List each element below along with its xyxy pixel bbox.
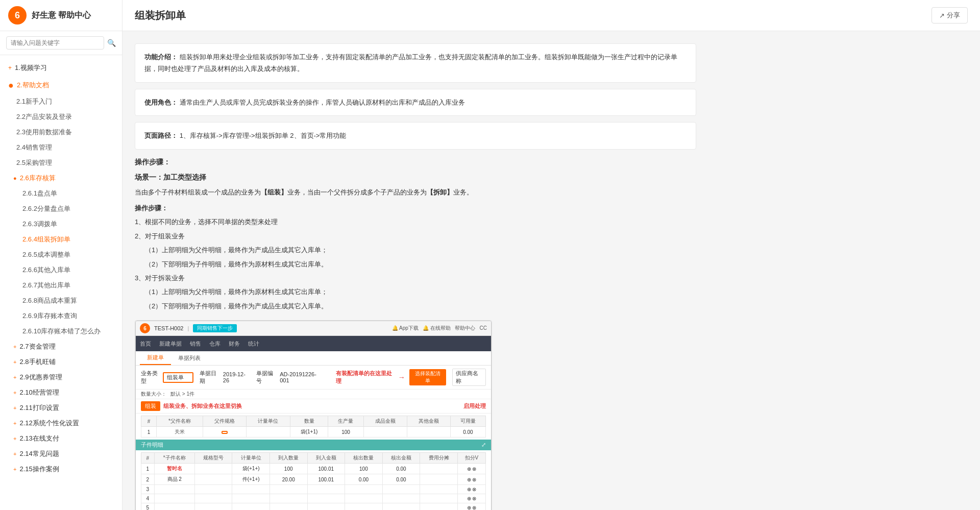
nav-sub-2.15-header[interactable]: + 2.15操作案例 xyxy=(0,462,122,477)
app-topbar: 6 TEST-H002 | 同期销售下一步 🔔 App下载 🔔 在线帮助 帮助中… xyxy=(136,321,491,336)
share-icon: ↗ xyxy=(939,12,945,19)
role-label: 使用角色： xyxy=(144,99,178,106)
lr4-inqty xyxy=(270,494,307,503)
nav-sub-2.13-label: 2.13在线支付 xyxy=(19,434,59,443)
lr2-inqty: 20.00 xyxy=(270,474,307,485)
upper-table-header: # *父件名称 父件规格 计量单位 数量 生产量 成品金额 其他金额 可用量 xyxy=(141,416,486,427)
col-unit: 计量单位 xyxy=(247,416,290,427)
nav-sub-2.1[interactable]: 2.1新手入门 xyxy=(0,94,122,109)
content-wrapper: 功能介绍： 组装拆卸单用来处理企业组装或拆卸等加工业务，支持有固定装配清单的产品… xyxy=(135,43,696,510)
select-bom-btn[interactable]: 选择装配清单 xyxy=(409,369,446,385)
nav-sub-2.6.7[interactable]: 2.6.7其他出库单 xyxy=(0,278,122,293)
minus-2.6-icon: ● xyxy=(13,175,17,181)
app-topbar-id: TEST-H002 xyxy=(154,325,183,331)
step2-1: （1）上部明细为父件明细，最终作为产成品生成其它入库单； xyxy=(145,244,696,256)
lr2-action: ⊕ ⊗ xyxy=(457,474,485,485)
nav-sub-2.13-header[interactable]: + 2.13在线支付 xyxy=(0,431,122,446)
share-label: 分享 xyxy=(947,11,960,20)
row1-num: 1 xyxy=(141,427,157,438)
app-tab-bar: 新建单 单据列表 xyxy=(136,351,491,366)
search-input[interactable] xyxy=(6,36,104,50)
share-button[interactable]: ↗ 分享 xyxy=(932,7,968,23)
lr1-outqty: 100 xyxy=(345,464,383,474)
plus-2.9-icon: + xyxy=(13,374,16,380)
lr3-cost xyxy=(420,485,458,494)
lr5-spec xyxy=(194,503,232,510)
operation-steps-label: 操作步骤： xyxy=(135,158,696,167)
lr3-action: ⊕ ⊗ xyxy=(457,485,485,494)
field-no-label: 单据编号 xyxy=(256,370,278,385)
nav-sub-2.11-label: 2.11打印设置 xyxy=(19,403,59,412)
nav-sub-2.6.10[interactable]: 2.6.10库存账本错了怎么办 xyxy=(0,324,122,339)
step3-1: （1）上部明细为父件明细，最终作为原材料生成其它出库单； xyxy=(145,286,696,298)
col-avail: 可用量 xyxy=(450,416,485,427)
lr3-num: 3 xyxy=(141,485,155,494)
row1-spec-box[interactable] xyxy=(222,431,228,434)
lr5-inqty xyxy=(270,503,307,510)
nav-sub-2.6.1[interactable]: 2.6.1盘点单 xyxy=(0,186,122,201)
nav-sub-2.12-header[interactable]: + 2.12系统个性化设置 xyxy=(0,416,122,431)
annotation2-area: 供应商名称 xyxy=(452,369,486,386)
sidebar-header: 6 好生意 帮助中心 xyxy=(0,0,122,31)
nav-sub-2.6.5[interactable]: 2.6.5成本调整单 xyxy=(0,247,122,262)
main-header: 组装拆卸单 ↗ 分享 xyxy=(122,0,980,31)
nav-sub-2.10-header[interactable]: + 2.10经营管理 xyxy=(0,385,122,400)
nav-sub-2.6.6[interactable]: 2.6.6其他入库单 xyxy=(0,262,122,278)
lower-table-header: # *子件名称 规格型号 计量单位 到入数量 到入金额 核出数量 核出金额 费用… xyxy=(141,453,486,464)
nav-sub-2.6.4[interactable]: 2.6.4组装拆卸单 xyxy=(0,232,122,247)
plus-2.11-icon: + xyxy=(13,405,16,411)
lr4-outamt xyxy=(382,494,420,503)
nav-sub-2.9-header[interactable]: + 2.9优惠券管理 xyxy=(0,370,122,385)
nav-sub-2.11-header[interactable]: + 2.11打印设置 xyxy=(0,400,122,416)
row1-qty: 袋(1+1) xyxy=(290,427,328,438)
nav-sub-2.6.8[interactable]: 2.6.8商品成本重算 xyxy=(0,293,122,308)
nav-list: + 1.视频学习 ● 2.帮助文档 2.1新手入门 2.2产品安装及登录 2.3… xyxy=(0,55,122,510)
nav-sub-2.6.3[interactable]: 2.6.3调拨单 xyxy=(0,216,122,232)
lr2-name: 商品 2 xyxy=(154,474,194,485)
nav-home: 首页 xyxy=(140,340,151,348)
lr5-unit xyxy=(232,503,270,510)
lr2-outamt: 0.00 xyxy=(382,474,420,485)
tab-list[interactable]: 单据列表 xyxy=(171,352,208,365)
field-date-label: 单据日期 xyxy=(200,370,221,385)
nav-docs-header[interactable]: ● 2.帮助文档 xyxy=(0,77,122,94)
upper-table: # *父件名称 父件规格 计量单位 数量 生产量 成品金额 其他金额 可用量 xyxy=(141,416,486,438)
assembly-annotation: 组装业务、拆卸业务在这里切换 xyxy=(163,402,242,410)
nav-docs-label: 2.帮助文档 xyxy=(17,81,49,90)
lr4-inamt xyxy=(307,494,345,503)
row1-prodqty: 100 xyxy=(328,427,363,438)
search-button[interactable]: 🔍 xyxy=(107,39,116,47)
nav-sub-2.12-label: 2.12系统个性化设置 xyxy=(19,419,79,428)
plus-icon: + xyxy=(8,64,12,71)
nav-sub-2.6.2[interactable]: 2.6.2分量盘点单 xyxy=(0,201,122,216)
tab-new[interactable]: 新建单 xyxy=(140,351,171,365)
lr1-spec xyxy=(194,464,232,474)
feature-intro-label: 功能介绍： xyxy=(144,53,178,61)
plus-2.13-icon: + xyxy=(13,435,16,442)
nav-video-header[interactable]: + 1.视频学习 xyxy=(0,59,122,77)
nav-sub-2.5[interactable]: 2.5采购管理 xyxy=(0,155,122,171)
role-text: 通常由生产人员或库管人员完成拆装业务的操作，库管人员确认原材料的出库和产成品的入… xyxy=(180,99,465,106)
nav-sub-2.7-header[interactable]: + 2.7资金管理 xyxy=(0,339,122,354)
lower-row-2: 2 商品 2 件(+1+) 20.00 100.01 0.00 0.00 xyxy=(141,474,486,485)
plus-2.10-icon: + xyxy=(13,390,16,396)
search-field[interactable]: 供应商名称 xyxy=(452,369,486,386)
sidebar: 6 好生意 帮助中心 🔍 + 1.视频学习 ● 2.帮助文档 2.1新手入门 2… xyxy=(0,0,122,510)
nav-sub-2.4[interactable]: 2.4销售管理 xyxy=(0,140,122,155)
step3-2: （2）下部明细为子件明细，最终作为产成品生成其它入库单。 xyxy=(145,300,696,312)
lr5-name xyxy=(154,503,194,510)
lower-row-4: 4 ⊕ ⊗ xyxy=(141,494,486,503)
nav-sales: 销售 xyxy=(190,340,201,348)
qty-value: 默认 > 1件 xyxy=(170,391,194,398)
field-type-value[interactable]: 组装单 xyxy=(163,372,193,383)
nav-sub-2.6.9[interactable]: 2.6.9库存账本查询 xyxy=(0,308,122,324)
nav-sub-2.2[interactable]: 2.2产品安装及登录 xyxy=(0,109,122,125)
lower-table-body: 1 暂时名 袋(+1+) 100 100.01 100 0.00 ⊕ ⊗ xyxy=(141,464,486,510)
nav-sub-2.8-header[interactable]: + 2.8手机旺铺 xyxy=(0,354,122,370)
lower-table: # *子件名称 规格型号 计量单位 到入数量 到入金额 核出数量 核出金额 费用… xyxy=(141,452,486,510)
nav-sub-2.14-header[interactable]: + 2.14常见问题 xyxy=(0,446,122,462)
lcol-in-amt: 到入金额 xyxy=(307,453,345,464)
nav-sub-2.3[interactable]: 2.3使用前数据准备 xyxy=(0,125,122,140)
nav-sub-2.6-header[interactable]: ● 2.6库存核算 xyxy=(0,171,122,186)
lr5-num: 5 xyxy=(141,503,155,510)
